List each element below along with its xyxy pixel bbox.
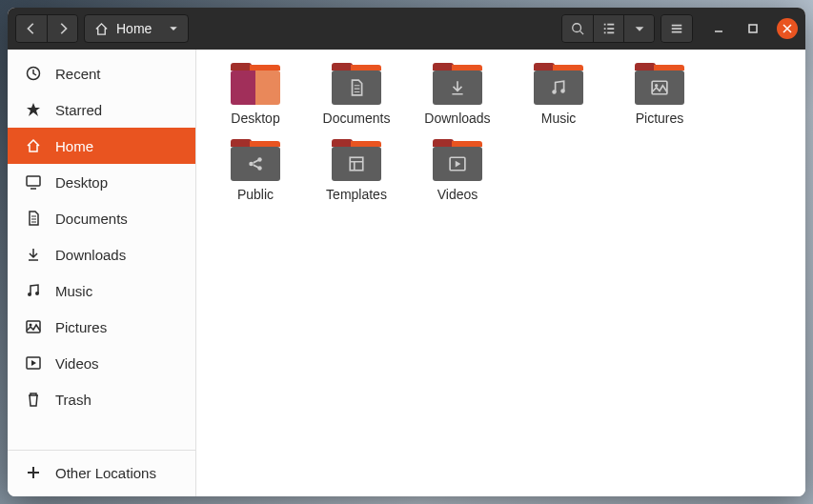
chevron-right-icon — [56, 22, 70, 35]
sidebar-item-documents[interactable]: Documents — [8, 200, 195, 236]
sidebar-item-home[interactable]: Home — [8, 128, 195, 164]
svg-point-10 — [560, 89, 565, 93]
sidebar-item-trash[interactable]: Trash — [8, 381, 195, 417]
minimize-button[interactable] — [708, 18, 729, 39]
folder-label: Videos — [437, 187, 478, 202]
sidebar-item-label: Documents — [55, 211, 128, 227]
chevron-left-icon — [25, 22, 38, 35]
folder-icon — [231, 63, 280, 105]
sidebar-item-starred[interactable]: Starred — [8, 91, 195, 128]
sidebar: RecentStarredHomeDesktopDocumentsDownloa… — [8, 50, 196, 496]
folder-label: Documents — [323, 111, 391, 126]
svg-point-0 — [573, 24, 581, 32]
content-area[interactable]: DesktopDocumentsDownloadsMusicPicturesPu… — [196, 50, 805, 496]
maximize-icon — [748, 24, 758, 33]
view-options-dropdown[interactable] — [623, 15, 654, 42]
folder-desktop[interactable]: Desktop — [217, 63, 294, 126]
back-button[interactable] — [16, 15, 47, 42]
path-bar[interactable]: Home — [84, 14, 189, 43]
sidebar-item-label: Desktop — [55, 174, 108, 191]
folder-icon — [231, 139, 280, 181]
svg-point-13 — [249, 162, 254, 167]
hamburger-icon — [670, 22, 683, 35]
forward-button[interactable] — [47, 15, 77, 42]
svg-rect-16 — [350, 157, 363, 171]
folder-label: Desktop — [231, 111, 279, 126]
sidebar-item-label: Pictures — [55, 319, 107, 335]
folder-icon — [534, 63, 583, 105]
search-button[interactable] — [562, 15, 593, 42]
folder-label: Pictures — [636, 111, 684, 126]
close-icon — [783, 24, 792, 33]
home-icon — [94, 22, 109, 36]
sidebar-item-pictures[interactable]: Pictures — [8, 309, 195, 345]
folder-label: Music — [541, 111, 577, 126]
toolbar-right-group — [561, 14, 655, 43]
sidebar-item-label: Videos — [55, 355, 99, 372]
sidebar-item-other-locations[interactable]: Other Locations — [8, 454, 195, 491]
folder-icon — [433, 139, 482, 181]
hamburger-menu-button[interactable] — [661, 15, 692, 42]
plus-icon — [25, 465, 42, 480]
view-list-button[interactable] — [593, 15, 623, 42]
folder-documents[interactable]: Documents — [318, 63, 395, 126]
folder-music[interactable]: Music — [520, 63, 597, 126]
folder-icon — [635, 63, 684, 105]
clock-icon — [25, 66, 42, 81]
folder-downloads[interactable]: Downloads — [419, 63, 496, 126]
window-controls — [708, 18, 798, 39]
sidebar-item-label: Music — [55, 283, 92, 299]
home-icon — [25, 138, 42, 153]
folder-videos[interactable]: Videos — [419, 139, 496, 202]
maximize-button[interactable] — [742, 18, 763, 39]
svg-rect-1 — [749, 25, 757, 32]
folder-pictures[interactable]: Pictures — [621, 63, 698, 126]
minimize-icon — [714, 24, 723, 33]
svg-rect-3 — [27, 176, 40, 186]
sidebar-item-label: Downloads — [55, 247, 126, 263]
music-icon — [25, 283, 42, 298]
file-manager-window: Home — [8, 8, 805, 496]
videos-icon — [25, 355, 42, 371]
sidebar-item-videos[interactable]: Videos — [8, 345, 195, 381]
folder-label: Public — [237, 187, 274, 202]
folder-icon — [433, 63, 482, 105]
svg-point-4 — [28, 292, 31, 296]
svg-point-9 — [552, 90, 557, 94]
close-button[interactable] — [777, 18, 798, 39]
sidebar-item-recent[interactable]: Recent — [8, 55, 195, 91]
folder-public[interactable]: Public — [217, 139, 294, 202]
folder-templates[interactable]: Templates — [318, 139, 395, 202]
sidebar-item-music[interactable]: Music — [8, 272, 195, 309]
star-icon — [25, 102, 42, 117]
nav-back-forward — [15, 14, 78, 43]
list-view-icon — [602, 22, 616, 35]
search-icon — [571, 22, 584, 35]
sidebar-item-label: Other Locations — [55, 465, 156, 481]
folder-label: Downloads — [424, 111, 490, 126]
documents-icon — [25, 211, 42, 226]
hamburger-group — [661, 14, 693, 43]
downloads-icon — [25, 247, 42, 262]
svg-point-5 — [35, 292, 39, 295]
folder-label: Templates — [326, 187, 387, 202]
sidebar-item-desktop[interactable]: Desktop — [8, 164, 195, 200]
sidebar-item-label: Trash — [55, 392, 91, 408]
caret-down-icon — [633, 22, 646, 35]
path-label: Home — [116, 21, 152, 36]
titlebar: Home — [8, 8, 805, 50]
trash-icon — [25, 392, 42, 407]
sidebar-item-label: Recent — [55, 66, 101, 82]
sidebar-item-label: Starred — [55, 102, 102, 118]
caret-down-icon — [169, 24, 178, 33]
sidebar-item-downloads[interactable]: Downloads — [8, 236, 195, 272]
pictures-icon — [25, 319, 42, 334]
folder-icon — [332, 139, 381, 181]
desktop-icon — [25, 174, 42, 190]
folder-icon — [332, 63, 381, 105]
sidebar-item-label: Home — [55, 138, 93, 154]
